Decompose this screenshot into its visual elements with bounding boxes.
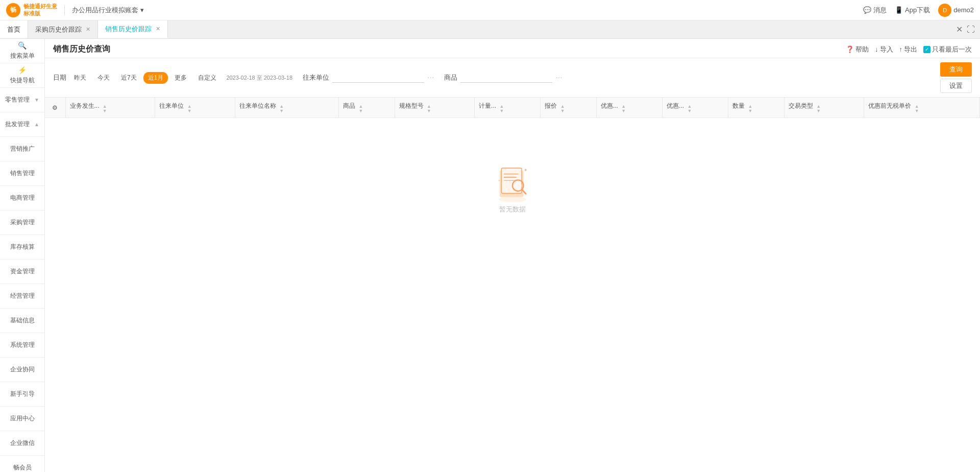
sidebar-item-basic-info[interactable]: 基础信息 [0,309,44,333]
tab-expand-btn[interactable]: ⛶ [967,25,975,34]
sidebar-item-system-mgmt[interactable]: 系统管理 [0,333,44,358]
tab-purchase-history[interactable]: 采购历史价跟踪 ✕ [28,20,98,38]
date-filter-label: 日期 [53,73,66,82]
goods-dots[interactable]: ··· [555,73,562,82]
sort-icon-partner-code: ▲▼ [187,104,192,113]
date-btn-more[interactable]: 更多 [170,72,191,84]
page-title: 销售历史价查询 [53,44,110,55]
main-layout: 🔍 搜索菜单 ⚡ 快捷导航 零售管理 ▼ 批发管理 ▲ 营销推广 销售管理 电商… [0,39,980,472]
import-btn[interactable]: ↓ 导入 [875,45,893,54]
svg-text:✦: ✦ [524,168,528,173]
sidebar-item-wholesale-mgmt[interactable]: 批发管理 ▲ [0,112,44,137]
sidebar-label-new-guide: 新手引导 [10,390,35,398]
filter-bar: 日期 昨天 今天 近7天 近1月 更多 自定义 2023-02-18 至 202… [45,58,980,98]
tab-close-all-btn[interactable]: ✕ [956,25,963,34]
sort-icon-spec: ▲▼ [427,104,431,113]
sidebar-item-enterprise-coop[interactable]: 企业协同 [0,358,44,382]
sort-icon-goods: ▲▼ [358,104,363,113]
sort-icon-biz-date: ▲▼ [103,104,107,113]
date-btn-7days[interactable]: 近7天 [116,72,141,84]
th-discount2-label: 优惠... [667,102,684,109]
sidebar-label-search-menu: 搜索菜单 [10,52,35,60]
date-btn-yesterday[interactable]: 昨天 [69,72,91,84]
tab-sales-history[interactable]: 销售历史价跟踪 ✕ [98,20,168,38]
settings-button[interactable]: 设置 [940,79,972,93]
logo-icon: 畅 [6,3,20,17]
sort-icon-discount2: ▲▼ [687,104,692,113]
sidebar-label-purchase-mgmt: 采购管理 [10,218,35,227]
sidebar-item-member[interactable]: 畅会员 [0,456,44,472]
tab-purchase-close[interactable]: ✕ [86,26,90,33]
th-biz-date[interactable]: 业务发生... ▲▼ [65,98,155,118]
message-icon: 💬 [863,6,871,14]
sidebar-item-search-menu[interactable]: 🔍 搜索菜单 [0,39,44,63]
date-btn-1month[interactable]: 近1月 [143,72,168,84]
date-btn-today[interactable]: 今天 [93,72,114,84]
sidebar: 🔍 搜索菜单 ⚡ 快捷导航 零售管理 ▼ 批发管理 ▲ 营销推广 销售管理 电商… [0,39,45,472]
svg-text:✦: ✦ [498,178,501,183]
th-partner-code[interactable]: 往来单位 ▲▼ [155,98,235,118]
date-btn-custom[interactable]: 自定义 [193,72,221,84]
sidebar-item-operation[interactable]: 经营管理 [0,284,44,309]
message-btn[interactable]: 💬 消息 [863,6,887,15]
th-partner-name-label: 往来单位名称 [239,102,276,109]
th-quote[interactable]: 报价 ▲▼ [541,98,597,118]
partner-input[interactable] [332,73,424,83]
settings-icon: ⚙ [52,104,58,111]
sidebar-item-quick-nav[interactable]: ⚡ 快捷导航 [0,63,44,88]
th-settings[interactable]: ⚙ [45,98,65,118]
sidebar-item-inventory[interactable]: 库存核算 [0,235,44,259]
chevron-down-icon: ▼ [34,97,39,103]
app-download-btn[interactable]: 📱 App下载 [895,6,930,15]
sidebar-item-enterprise-wechat[interactable]: 企业微信 [0,431,44,456]
partner-dots[interactable]: ··· [427,73,434,82]
tab-home[interactable]: 首页 [0,20,28,38]
th-trade-type[interactable]: 交易类型 ▲▼ [784,98,864,118]
th-unit[interactable]: 计量... ▲▼ [475,98,541,118]
sidebar-item-retail-mgmt[interactable]: 零售管理 ▼ [0,88,44,112]
sidebar-item-new-guide[interactable]: 新手引导 [0,382,44,407]
tab-purchase-label: 采购历史价跟踪 [35,25,82,34]
user-profile-btn[interactable]: D demo2 [938,4,974,17]
th-goods[interactable]: 商品 ▲▼ [339,98,395,118]
goods-input[interactable] [460,73,552,83]
th-unit-label: 计量... [479,102,496,109]
sidebar-label-app-center: 应用中心 [10,414,35,423]
export-btn[interactable]: ↑ 导出 [899,45,918,54]
help-icon: ❓ [846,45,854,53]
help-btn[interactable]: ❓ 帮助 [846,45,869,54]
sidebar-item-app-center[interactable]: 应用中心 [0,407,44,431]
th-discount1[interactable]: 优惠... ▲▼ [596,98,662,118]
sidebar-item-finance[interactable]: 资金管理 [0,259,44,284]
sidebar-item-marketing[interactable]: 营销推广 [0,137,44,161]
sidebar-label-retail-mgmt: 零售管理 [5,96,30,104]
only-last-checkbox-group[interactable]: 只看最后一次 [923,45,972,54]
sidebar-label-wholesale-mgmt: 批发管理 [5,120,30,129]
top-bar: 畅 畅捷通好生意 标准版 办公用品行业模拟账套 ▾ 💬 消息 📱 App下载 D… [0,0,980,20]
sidebar-item-purchase-mgmt[interactable]: 采购管理 [0,210,44,235]
tab-sales-close[interactable]: ✕ [156,26,160,32]
filter-actions: 查询 设置 [940,62,972,93]
th-spec[interactable]: 规格型号 ▲▼ [395,98,474,118]
svg-point-0 [499,197,526,202]
th-pre-tax-price[interactable]: 优惠前无税单价 ▲▼ [864,98,980,118]
export-icon: ↑ [899,45,903,53]
th-discount2[interactable]: 优惠... ▲▼ [663,98,728,118]
sidebar-label-operation: 经营管理 [10,292,35,300]
sort-icon-trade-type: ▲▼ [816,104,821,113]
date-buttons: 昨天 今天 近7天 近1月 更多 自定义 [69,72,221,84]
sidebar-item-ecommerce[interactable]: 电商管理 [0,186,44,210]
sidebar-item-sales-mgmt[interactable]: 销售管理 [0,161,44,186]
workspace-selector[interactable]: 办公用品行业模拟账套 ▾ [72,6,144,15]
top-bar-right: 💬 消息 📱 App下载 D demo2 [863,4,974,17]
sort-icon-quote: ▲▼ [560,104,565,113]
sidebar-label-basic-info: 基础信息 [10,316,35,325]
th-biz-date-label: 业务发生... [70,102,100,109]
user-name: demo2 [953,6,974,14]
th-partner-name[interactable]: 往来单位名称 ▲▼ [235,98,338,118]
data-table: ⚙ 业务发生... ▲▼ 往来单位 ▲▼ 往来单位名称 ▲▼ [45,98,980,118]
query-button[interactable]: 查询 [940,62,972,77]
only-last-checkbox[interactable] [923,46,930,53]
sidebar-label-enterprise-wechat: 企业微信 [10,439,35,447]
th-qty[interactable]: 数量 ▲▼ [728,98,785,118]
